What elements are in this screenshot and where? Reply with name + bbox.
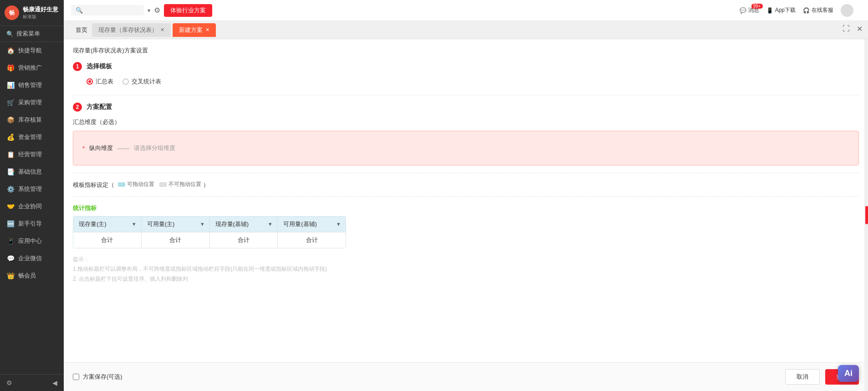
sidebar-item-marketing[interactable]: 🎁 营销推广 bbox=[0, 59, 64, 77]
sidebar-item-label: 应用中心 bbox=[18, 237, 42, 245]
save-label: 方案保存(可选) bbox=[83, 373, 123, 381]
topbar-gear-icon[interactable]: ⚙ bbox=[154, 6, 160, 15]
draggable-legend-box bbox=[118, 182, 125, 187]
stats-col-4: 可用量(基辅) ▾ bbox=[278, 216, 346, 232]
sidebar-item-label: 销售管理 bbox=[18, 81, 42, 89]
headset-icon: 🎧 bbox=[803, 7, 810, 14]
stats-table: 现存量(主) ▾ 可用量(主) ▾ 现存量(基辅) ▾ bbox=[73, 216, 346, 248]
sidebar-item-inventory[interactable]: 📦 库存核算 bbox=[0, 111, 64, 129]
app-download-button[interactable]: 📱 App下载 bbox=[766, 6, 796, 14]
stats-table-header: 现存量(主) ▾ 可用量(主) ▾ 现存量(基辅) ▾ bbox=[73, 216, 346, 232]
sidebar-item-quick-nav[interactable]: 🏠 快捷导航 bbox=[0, 42, 64, 59]
main-content: 🔍 ▾ ⚙ 体验行业方案 💬 消息 99+ 📱 App下载 🎧 在线客服 bbox=[64, 0, 868, 391]
sidebar-item-label: 新手引导 bbox=[18, 220, 42, 228]
sidebar-item-wechat[interactable]: 💬 企业微信 bbox=[0, 250, 64, 267]
tab-new-plan-close[interactable]: ✕ bbox=[205, 27, 209, 33]
radio-crosstab[interactable]: 交叉统计表 bbox=[123, 77, 161, 86]
sidebar-item-basic-info[interactable]: 📑 基础信息 bbox=[0, 163, 64, 180]
radio-summary-label: 汇总表 bbox=[96, 77, 113, 86]
section1-title: 选择模板 bbox=[87, 62, 112, 71]
sidebar-item-app-center[interactable]: 📱 应用中心 bbox=[0, 232, 64, 250]
cancel-button[interactable]: 取消 bbox=[785, 369, 820, 385]
sidebar-bottom: ⚙ ◀ bbox=[0, 374, 64, 391]
maximize-icon[interactable]: ⛶ bbox=[842, 25, 850, 33]
close-all-icon[interactable]: ✕ bbox=[857, 25, 863, 33]
settings-icon[interactable]: ⚙ bbox=[6, 379, 12, 386]
sidebar-search-section: 🔍 搜索菜单 bbox=[0, 26, 64, 42]
radio-summary-btn[interactable] bbox=[87, 78, 93, 85]
section1-num: 1 bbox=[73, 62, 82, 71]
col3-name: 现存量(基辅) bbox=[215, 220, 249, 228]
col1-name: 现存量(主) bbox=[79, 220, 107, 228]
sidebar-item-label: 经营管理 bbox=[18, 150, 42, 159]
scrollbar-thumb[interactable] bbox=[865, 206, 868, 224]
dim-placeholder[interactable]: 请选择分组维度 bbox=[134, 144, 175, 152]
radio-crosstab-btn[interactable] bbox=[123, 78, 129, 85]
search-input[interactable] bbox=[85, 7, 139, 14]
service-label: 在线客服 bbox=[812, 6, 833, 14]
page-title: 现存量(库存状况表)方案设置 bbox=[73, 46, 859, 55]
money-icon: 💰 bbox=[6, 133, 15, 141]
sidebar: 畅 畅康通好生意 标准版 🔍 搜索菜单 🏠 快捷导航 🎁 营销推广 📊 销售管理… bbox=[0, 0, 64, 391]
search-menu-label: 搜索菜单 bbox=[16, 30, 40, 38]
avatar bbox=[841, 4, 853, 17]
home-icon: 🏠 bbox=[6, 46, 15, 55]
draggable-label: 可拖动位置 bbox=[127, 180, 154, 188]
topbar-left: 🔍 ▾ ⚙ 体验行业方案 bbox=[71, 4, 734, 17]
sidebar-item-enterprise[interactable]: 🤝 企业协同 bbox=[0, 198, 64, 215]
non-draggable-legend-box bbox=[159, 182, 167, 187]
hint-1: 1.拖动标题栏可以调整布局，不可跨维度或指标区域拖动栏目字段(只能在同一维度或指… bbox=[73, 264, 859, 274]
collapse-icon[interactable]: ◀ bbox=[52, 379, 57, 386]
divider3 bbox=[73, 196, 859, 197]
tab-inventory-close[interactable]: ✕ bbox=[160, 27, 164, 33]
save-checkbox[interactable] bbox=[73, 374, 79, 380]
app-label: App下载 bbox=[775, 6, 796, 14]
sidebar-item-label: 资金管理 bbox=[18, 133, 42, 141]
col4-dropdown-icon[interactable]: ▾ bbox=[337, 221, 340, 227]
service-button[interactable]: 🎧 在线客服 bbox=[803, 6, 833, 14]
sidebar-item-sales[interactable]: 📊 销售管理 bbox=[0, 77, 64, 94]
col2-dropdown-icon[interactable]: ▾ bbox=[201, 221, 204, 227]
tab-inventory-label: 现存量（库存状况表） bbox=[98, 26, 158, 34]
indicator-config: 模板指标设定（ 可拖动位置 不可拖动位置 ） bbox=[73, 180, 859, 189]
topbar: 🔍 ▾ ⚙ 体验行业方案 💬 消息 99+ 📱 App下载 🎧 在线客服 bbox=[64, 0, 868, 21]
topbar-dropdown[interactable]: ▾ bbox=[148, 7, 150, 14]
sidebar-item-label: 快捷导航 bbox=[18, 46, 42, 55]
gear-icon: ⚙️ bbox=[6, 185, 15, 193]
radio-summary[interactable]: 汇总表 bbox=[87, 77, 113, 86]
search-menu-button[interactable]: 🔍 搜索菜单 bbox=[6, 30, 57, 38]
trial-button[interactable]: 体验行业方案 bbox=[164, 4, 212, 17]
sidebar-item-operations[interactable]: 📋 经营管理 bbox=[0, 146, 64, 163]
sidebar-item-purchase[interactable]: 🛒 采购管理 bbox=[0, 94, 64, 111]
ai-button[interactable]: Ai bbox=[838, 365, 859, 382]
sidebar-item-system[interactable]: ⚙️ 系统管理 bbox=[0, 180, 64, 198]
dim-field: 纵向维度 bbox=[89, 144, 113, 152]
sidebar-item-label: 采购管理 bbox=[18, 98, 42, 107]
search-icon: 🔍 bbox=[6, 31, 14, 37]
message-badge: 99+ bbox=[751, 4, 763, 9]
sidebar-item-finance[interactable]: 💰 资金管理 bbox=[0, 129, 64, 146]
cell-4: 合计 bbox=[278, 232, 346, 248]
sidebar-item-guide[interactable]: 🆕 新手引导 bbox=[0, 215, 64, 232]
sidebar-item-label: 畅会员 bbox=[18, 272, 36, 280]
tab-new-plan[interactable]: 新建方案 ✕ bbox=[173, 23, 216, 37]
search-area[interactable]: 🔍 bbox=[71, 5, 144, 15]
col3-dropdown-icon[interactable]: ▾ bbox=[269, 221, 272, 227]
stats-col-2: 可用量(主) ▾ bbox=[142, 216, 210, 232]
dim-content: * 纵向维度 —— 请选择分组维度 bbox=[82, 144, 849, 152]
message-button[interactable]: 💬 消息 99+ bbox=[740, 6, 759, 14]
sidebar-item-member[interactable]: 👑 畅会员 bbox=[0, 267, 64, 284]
section2-header: 2 方案配置 bbox=[73, 103, 859, 112]
mobile-icon: 📱 bbox=[6, 237, 15, 245]
stats-col-1: 现存量(主) ▾ bbox=[73, 216, 142, 232]
page-content: 现存量(库存状况表)方案设置 1 选择模板 汇总表 交叉统计表 bbox=[64, 39, 868, 362]
sidebar-item-label: 营销推广 bbox=[18, 64, 42, 72]
logo-icon: 畅 bbox=[5, 5, 19, 20]
app-name: 畅康通好生意 bbox=[23, 5, 58, 14]
crown-icon: 👑 bbox=[6, 272, 15, 280]
non-draggable-label: 不可拖动位置 bbox=[168, 180, 201, 188]
col1-dropdown-icon[interactable]: ▾ bbox=[133, 221, 136, 227]
clipboard-icon: 📋 bbox=[6, 150, 15, 159]
tab-inventory-status[interactable]: 现存量（库存状况表） ✕ bbox=[92, 23, 171, 37]
tab-home[interactable]: 首页 bbox=[71, 23, 92, 37]
